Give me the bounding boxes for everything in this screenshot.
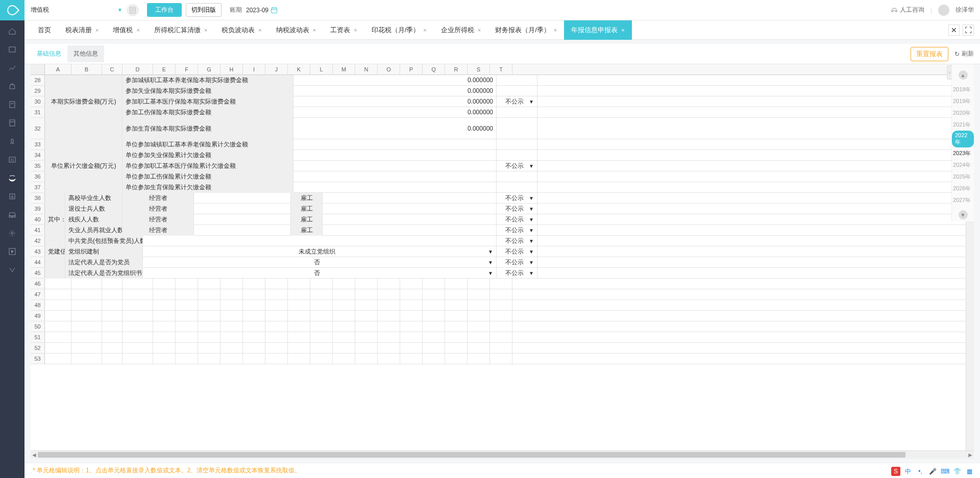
calendar-icon[interactable] <box>271 7 278 14</box>
leaf-icon <box>5 3 19 17</box>
logo[interactable] <box>0 0 24 20</box>
tab-2[interactable]: 增值税× <box>106 20 146 21</box>
tab-8[interactable]: 企业所得税× <box>434 20 488 21</box>
tab-5[interactable]: 纳税波动表× <box>269 20 323 21</box>
consult-link[interactable]: 人工咨询 <box>891 6 924 14</box>
tab-7[interactable]: 印花税（月/季）× <box>364 20 434 21</box>
tax-type-label: 增值税 <box>31 6 49 14</box>
tab-1[interactable]: 税表清册× <box>58 20 106 21</box>
period-value[interactable]: 2023-09 <box>246 7 268 14</box>
tab-4[interactable]: 税负波动表× <box>214 20 268 21</box>
headset-icon <box>891 7 898 14</box>
tab-3[interactable]: 所得税汇算清缴× <box>147 20 214 21</box>
tax-type-select[interactable]: 增值税 ▼ <box>31 6 122 14</box>
tab-9[interactable]: 财务报表（月/季）× <box>488 20 564 21</box>
tab-6[interactable]: 工资表× <box>323 20 364 21</box>
tab-0[interactable]: 首页 <box>31 20 58 21</box>
chevron-down-icon: ▼ <box>117 7 122 13</box>
period-label: 账期 <box>230 6 242 14</box>
avatar[interactable] <box>938 5 949 16</box>
username[interactable]: 徐泽华 <box>955 6 974 14</box>
tab-10[interactable]: 年报信息申报表× <box>564 20 631 21</box>
switch-old-button[interactable]: 切到旧版 <box>186 3 222 17</box>
topbar: 增值税 ▼ 工作台 切到旧版 账期 2023-09 人工咨询 | 徐泽华 <box>0 0 980 20</box>
doc-icon-button[interactable] <box>127 4 139 16</box>
document-icon <box>129 7 136 14</box>
svg-rect-4 <box>272 8 277 13</box>
workbench-button[interactable]: 工作台 <box>147 3 182 17</box>
